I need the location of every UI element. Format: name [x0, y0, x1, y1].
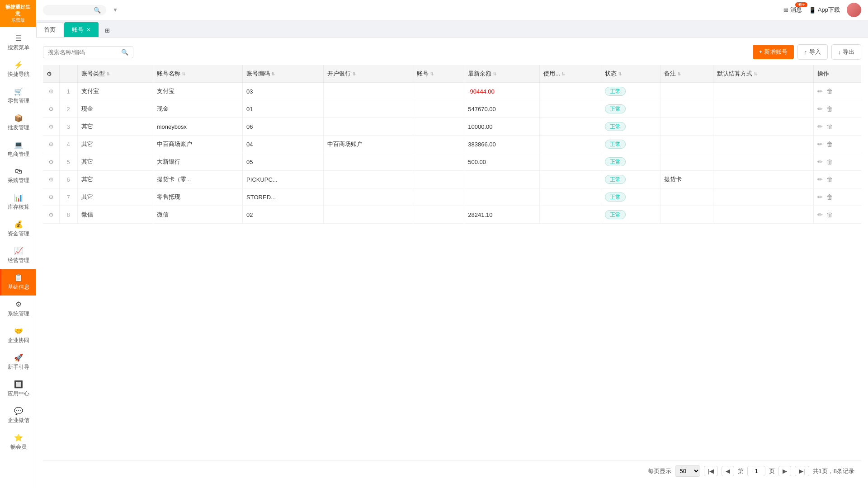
- page-suffix: 页: [769, 467, 775, 475]
- sidebar-item-enterprise-wechat[interactable]: 💬 企业微信: [0, 402, 36, 429]
- edit-icon[interactable]: ✏: [817, 88, 823, 95]
- th-status[interactable]: 状态⇅: [601, 65, 660, 83]
- prev-page-button[interactable]: ◀: [722, 466, 734, 476]
- row-status: 正常: [601, 100, 660, 118]
- sidebar-item-label: 应用中心: [8, 390, 29, 398]
- edit-icon[interactable]: ✏: [817, 105, 823, 113]
- tabbar: 首页 账号 ✕ ⊞: [36, 20, 868, 38]
- th-code[interactable]: 账号编码⇅: [243, 65, 324, 83]
- th-usage[interactable]: 使用...⇅: [540, 65, 601, 83]
- th-default-settlement[interactable]: 默认结算方式⇅: [713, 65, 813, 83]
- app-download-button[interactable]: 📱 App下载: [809, 6, 840, 14]
- delete-icon[interactable]: 🗑: [826, 158, 833, 165]
- row-code: 02: [243, 206, 324, 224]
- edit-icon[interactable]: ✏: [817, 123, 823, 130]
- sidebar-item-basic-info[interactable]: 📋 基础信息: [0, 269, 36, 296]
- table-body: ⚙ 1 支付宝 支付宝 03 -90444.00 正常 ✏ 🗑 ⚙ 2 现金 现…: [43, 83, 861, 224]
- search-menu-icon: ☰: [15, 34, 22, 42]
- row-status: 正常: [601, 136, 660, 153]
- delete-icon[interactable]: 🗑: [826, 123, 833, 130]
- per-page-select[interactable]: 50 20 100: [675, 465, 700, 477]
- page-input[interactable]: [747, 466, 765, 476]
- sidebar-item-label: 畅会员: [10, 443, 27, 451]
- delete-icon[interactable]: 🗑: [826, 193, 833, 201]
- row-action: ✏ 🗑: [813, 188, 861, 206]
- import-button[interactable]: ↑ 导入: [797, 44, 828, 60]
- messages-badge: 99+: [795, 2, 807, 7]
- sidebar-item-search-menu[interactable]: ☰ 搜索菜单: [0, 29, 36, 56]
- edit-icon[interactable]: ✏: [817, 158, 823, 165]
- tab-expand-icon[interactable]: ⊞: [99, 24, 115, 37]
- last-page-button[interactable]: ▶|: [795, 466, 809, 476]
- enterprise-icon: 🤝: [14, 327, 23, 335]
- row-gear: ⚙: [43, 118, 59, 136]
- tab-account[interactable]: 账号 ✕: [64, 22, 99, 37]
- row-usage: [540, 153, 601, 171]
- sidebar-item-purchase-mgmt[interactable]: 🛍 采购管理: [0, 163, 36, 189]
- th-balance[interactable]: 最新余额⇅: [464, 65, 540, 83]
- dropdown-chevron-icon[interactable]: ▼: [113, 7, 118, 13]
- th-name[interactable]: 账号名称⇅: [153, 65, 242, 83]
- sidebar-item-quick-nav[interactable]: ⚡ 快捷导航: [0, 56, 36, 83]
- sidebar-item-inventory[interactable]: 📊 库存核算: [0, 189, 36, 216]
- account-search-box[interactable]: 🔍: [43, 46, 133, 58]
- topbar-search-input[interactable]: [48, 7, 94, 13]
- topbar-right: ✉ 消息 99+ 📱 App下载: [783, 3, 861, 17]
- row-balance: 10000.00: [464, 118, 540, 136]
- first-page-button[interactable]: |◀: [704, 466, 718, 476]
- edit-icon[interactable]: ✏: [817, 176, 823, 183]
- sidebar-item-label: 新手引导: [8, 363, 29, 371]
- delete-icon[interactable]: 🗑: [826, 105, 833, 113]
- delete-icon[interactable]: 🗑: [826, 211, 833, 218]
- add-account-button[interactable]: + 新增账号: [753, 45, 794, 59]
- row-status: 正常: [601, 206, 660, 224]
- delete-icon[interactable]: 🗑: [826, 88, 833, 95]
- sidebar-item-finance-mgmt[interactable]: 💰 资金管理: [0, 216, 36, 242]
- table-row: ⚙ 4 其它 中百商场账户 04 中百商场账户 383866.00 正常 ✏ 🗑: [43, 136, 861, 153]
- th-type[interactable]: 账号类型⇅: [77, 65, 153, 83]
- messages-button[interactable]: ✉ 消息 99+: [783, 6, 802, 14]
- sidebar-item-label: 快捷导航: [8, 70, 29, 78]
- row-bank: [323, 153, 413, 171]
- sidebar-item-enterprise-agreement[interactable]: 🤝 企业协同: [0, 322, 36, 349]
- tab-account-label: 账号: [72, 26, 84, 34]
- row-status: 正常: [601, 83, 660, 100]
- wechat-icon: 💬: [14, 407, 23, 415]
- th-gear[interactable]: ⚙: [43, 65, 59, 83]
- sidebar-item-ecommerce-mgmt[interactable]: 💻 电商管理: [0, 136, 36, 163]
- user-avatar[interactable]: [847, 3, 861, 17]
- status-badge: 正常: [605, 157, 626, 166]
- row-action: ✏ 🗑: [813, 118, 861, 136]
- delete-icon[interactable]: 🗑: [826, 176, 833, 183]
- row-remark: [660, 118, 713, 136]
- export-label: 导出: [843, 48, 854, 56]
- sidebar-item-new-guide[interactable]: 🚀 新手引导: [0, 349, 36, 375]
- sidebar-item-operations-mgmt[interactable]: 📈 经营管理: [0, 242, 36, 269]
- row-gear: ⚙: [43, 100, 59, 118]
- row-num: 3: [59, 118, 77, 136]
- th-remark[interactable]: 备注⇅: [660, 65, 713, 83]
- next-page-button[interactable]: ▶: [778, 466, 791, 476]
- topbar-search-box[interactable]: 🔍: [43, 5, 106, 15]
- delete-icon[interactable]: 🗑: [826, 141, 833, 148]
- th-account-no[interactable]: 账号⇅: [413, 65, 464, 83]
- sidebar-item-system-mgmt[interactable]: ⚙ 系统管理: [0, 296, 36, 322]
- sidebar-item-vip-member[interactable]: ⭐ 畅会员: [0, 429, 36, 455]
- th-bank[interactable]: 开户银行⇅: [323, 65, 413, 83]
- edit-icon[interactable]: ✏: [817, 141, 823, 148]
- row-account-no: [413, 188, 464, 206]
- edit-icon[interactable]: ✏: [817, 211, 823, 218]
- account-search-input[interactable]: [48, 49, 121, 56]
- sidebar-item-app-center[interactable]: 🔲 应用中心: [0, 375, 36, 402]
- row-type: 其它: [77, 136, 153, 153]
- row-gear: ⚙: [43, 83, 59, 100]
- sidebar-item-retail-mgmt[interactable]: 🛒 零售管理: [0, 83, 36, 109]
- status-badge: 正常: [605, 210, 626, 219]
- row-account-no: [413, 171, 464, 188]
- tab-home[interactable]: 首页: [36, 22, 63, 37]
- edit-icon[interactable]: ✏: [817, 193, 823, 201]
- row-bank: [323, 188, 413, 206]
- sidebar-item-wholesale-mgmt[interactable]: 📦 批发管理: [0, 109, 36, 136]
- tab-close-icon[interactable]: ✕: [86, 27, 91, 33]
- export-button[interactable]: ↓ 导出: [831, 44, 862, 60]
